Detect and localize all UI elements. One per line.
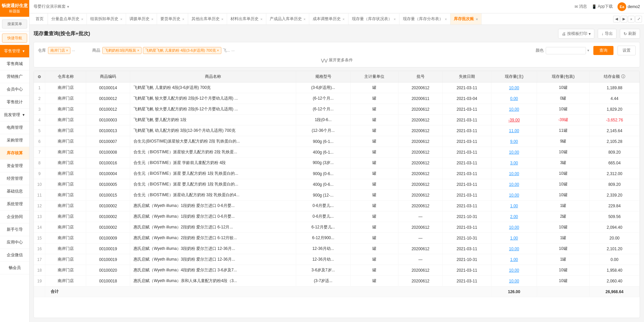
close-icon[interactable]: × (120, 17, 122, 21)
message-button[interactable]: ✉ 消息 (575, 4, 587, 9)
nav-next-arrow[interactable]: ▶ (621, 16, 627, 22)
product-tag-0-close[interactable]: × (137, 49, 139, 52)
sidebar-item-system[interactable]: 系统管理 (0, 198, 29, 211)
cell-qty[interactable]: 10.00 (491, 276, 537, 286)
sidebar-item-operations[interactable]: 经营管理 (0, 172, 29, 185)
export-icon: ↓ (601, 32, 603, 36)
sidebar-item-app-center[interactable]: 应用中心 (0, 236, 29, 249)
settings-button[interactable]: 设置 (618, 46, 636, 55)
print-dropdown-arrow[interactable]: ▾ (589, 32, 591, 36)
cell-qty[interactable]: 10.00 (491, 104, 537, 115)
nav-tab-cailiao[interactable]: 材料出库单历史 × (227, 13, 266, 24)
close-icon[interactable]: × (182, 17, 184, 21)
sidebar-item-ecommerce[interactable]: 电商管理 (0, 121, 29, 134)
close-icon[interactable]: × (260, 17, 262, 21)
color-input[interactable] (546, 47, 586, 54)
account-dropdown-arrow[interactable]: ▾ (67, 4, 69, 9)
sidebar-item-retail-mgmt[interactable]: 零售管理 ▼ (0, 45, 29, 58)
sidebar-logo[interactable]: 畅捷通好生意 标题版 (0, 0, 29, 17)
settings-icon[interactable]: ⚙ (38, 74, 41, 79)
product-extra[interactable]: ··· (231, 48, 235, 53)
nav-tab-xuncun2[interactable]: 现存量（库存分布表） × (399, 13, 450, 24)
warehouse-tag-close[interactable]: × (66, 49, 68, 52)
nav-tab-pici[interactable]: 库存批次账 × (450, 13, 481, 24)
app-download-button[interactable]: 📱 App下载 (592, 4, 613, 9)
cell-qty[interactable]: 1.00 (491, 254, 537, 265)
cell-qty[interactable]: 10.00 (491, 179, 537, 190)
color-dropdown-arrow[interactable]: ▾ (587, 48, 589, 53)
nav-tab-zuzhuang[interactable]: 组装拆卸单历史 × (87, 13, 126, 24)
sidebar-item-retail-stats[interactable]: 零售统计 (0, 96, 29, 109)
sidebar-item-purchase[interactable]: 采购管理 (0, 134, 29, 147)
close-icon[interactable]: × (476, 17, 478, 21)
cell-qty[interactable]: 10.00 (491, 147, 537, 158)
export-button[interactable]: ↓ 导出 (598, 29, 616, 39)
cell-qty[interactable]: 10.00 (491, 190, 537, 201)
sidebar-item-member[interactable]: 会员中心 (0, 83, 29, 96)
cell-qty[interactable]: 10.00 (491, 83, 537, 93)
cell-expire: 2021-03-11 (442, 104, 491, 115)
nav-close-button[interactable]: × (628, 16, 635, 22)
cell-qty[interactable]: 10.00 (491, 244, 537, 254)
sidebar-item-member-vip[interactable]: 畅会员 (0, 262, 29, 274)
sidebar-item-retail-shop[interactable]: 零售商城 (0, 58, 29, 70)
nav-expand-button[interactable]: ⤢ (635, 16, 642, 22)
search-query-button[interactable]: 查询 (593, 46, 613, 55)
nav-prev-arrow[interactable]: ◀ (613, 16, 620, 22)
sidebar-item-inventory[interactable]: 库存核算 (0, 147, 29, 160)
nav-tab-diaobo[interactable]: 调拨单历史 × (126, 13, 157, 24)
close-icon[interactable]: × (445, 17, 447, 21)
cell-qty[interactable]: 1.00 (491, 201, 537, 211)
cell-qty[interactable]: 0.00 (491, 93, 537, 104)
cell-qty[interactable]: 10.00 (491, 265, 537, 276)
product-tag-1[interactable]: 飞鹤星飞帆 儿童奶粉 4段(3-6岁适用) 700克 × (143, 47, 221, 54)
cell-qty[interactable]: 10.00 (491, 168, 537, 179)
user-profile[interactable]: Ea demo2 (618, 2, 640, 11)
sidebar-item-wholesale[interactable]: 批发管理 ▼ (0, 109, 29, 121)
cell-amount: 509.56 (590, 211, 640, 222)
close-icon[interactable]: × (304, 17, 306, 21)
row-no: 7 (34, 147, 45, 158)
close-icon[interactable]: × (342, 17, 344, 21)
page-header: 现存量查询(按仓库+批次) 🖨 按模板打印 ▾ ↓ 导出 ↻ 刷新 (34, 29, 640, 39)
cell-qty[interactable]: 1.00 (491, 233, 537, 244)
refresh-button[interactable]: ↻ 刷新 (620, 29, 640, 39)
cell-batch: 20200612 (398, 136, 442, 147)
cell-qty[interactable]: -39.00 (491, 115, 537, 125)
nav-tab-fenpan[interactable]: 分量盘点单历史 × (48, 13, 87, 24)
nav-home[interactable]: 首页 (32, 13, 48, 24)
close-icon[interactable]: × (394, 17, 396, 21)
quick-nav-button[interactable]: 快捷导航 (2, 34, 27, 43)
search-button[interactable]: 搜索英单 (2, 19, 27, 29)
warehouse-more[interactable]: ··· (72, 48, 75, 53)
cell-qty[interactable]: 10.00 (491, 222, 537, 233)
cell-qty[interactable]: 9.00 (491, 136, 537, 147)
sidebar-item-marketing[interactable]: 营销推广 (0, 70, 29, 83)
close-icon[interactable]: × (151, 17, 153, 21)
sidebar-item-finance[interactable]: 资金管理 (0, 160, 29, 172)
cell-qty[interactable]: 2.00 (491, 211, 537, 222)
total-label: 合计 (45, 286, 491, 297)
th-settings[interactable]: ⚙ (34, 71, 45, 83)
nav-tab-xuncun1[interactable]: 现存量（库存状况表） × (348, 13, 399, 24)
nav-tab-chanpin[interactable]: 产成品入库单历史 × (266, 13, 309, 24)
cell-code: 00100014 (86, 83, 130, 93)
cell-qty[interactable]: 3.00 (491, 158, 537, 168)
sidebar-item-wechat-work[interactable]: 企业微信 (0, 249, 29, 262)
cell-qty[interactable]: 11.00 (491, 125, 537, 136)
product-tag-0[interactable]: 飞鹤奶粉3段丙瓶装 × (102, 47, 142, 54)
close-icon[interactable]: × (81, 17, 83, 21)
warehouse-tag[interactable]: 南岸门店 × (48, 47, 70, 54)
sidebar-item-basics[interactable]: 基础信息 (0, 185, 29, 198)
product-more[interactable]: 飞... (223, 48, 230, 53)
row-no: 3 (34, 104, 45, 115)
nav-tab-yaohuo[interactable]: 要货单历史 × (157, 13, 188, 24)
print-button[interactable]: 🖨 按模板打印 ▾ (558, 29, 594, 39)
sidebar-item-guide[interactable]: 新手引导 (0, 223, 29, 236)
nav-tab-qitachu[interactable]: 其他出库单历史 × (188, 13, 227, 24)
expand-more-btn[interactable]: ⋁⋁ 展开更多条件 (38, 55, 636, 64)
sidebar-item-enterprise[interactable]: 企业协同 (0, 211, 29, 223)
product-tag-1-close[interactable]: × (217, 49, 219, 52)
close-icon[interactable]: × (221, 17, 223, 21)
nav-tab-chengben[interactable]: 成本调整单历史 × (309, 13, 348, 24)
